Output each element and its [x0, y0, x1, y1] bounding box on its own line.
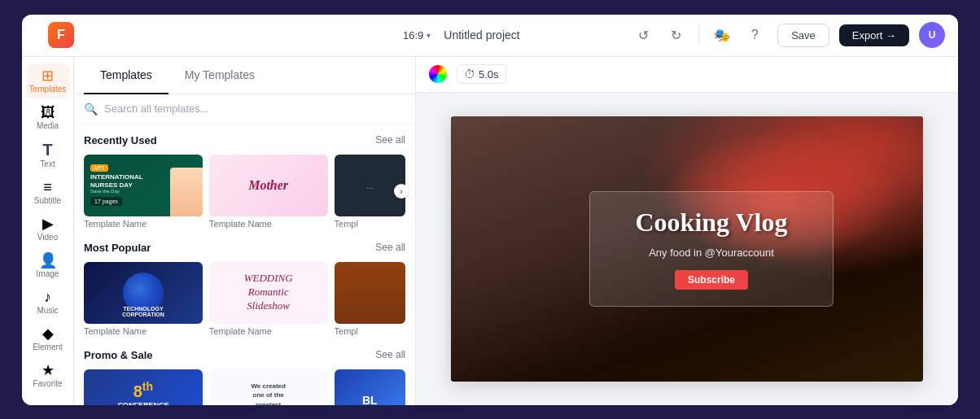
- sidebar-label-text: Text: [40, 159, 55, 168]
- star-icon: ★: [42, 363, 55, 378]
- sidebar-item-media[interactable]: 🖼 Media: [27, 100, 69, 135]
- sidebar-item-element[interactable]: ◆ Element: [27, 321, 69, 356]
- template-name-mother: Template Name: [209, 219, 328, 229]
- template-pages: 17 pages: [90, 197, 122, 206]
- sidebar-item-music[interactable]: ♪ Music: [27, 285, 69, 320]
- template-card-tech[interactable]: TECHNOLOGYCORPORATION: [84, 262, 203, 324]
- sidebar-label-video: Video: [37, 233, 58, 242]
- canvas-scroll[interactable]: Cooking Vlog Any food in @Youraccount Su…: [416, 93, 958, 405]
- template-name-romantic: Template Name: [209, 326, 328, 336]
- template-card-conference[interactable]: 8th CONFERENCEONLINE: [84, 369, 203, 405]
- sidebar-item-templates[interactable]: ⊞ Templates: [27, 63, 69, 98]
- template-name-nurses: Template Name: [84, 219, 203, 229]
- brown-thumb: [335, 262, 405, 324]
- tab-templates[interactable]: Templates: [84, 57, 168, 94]
- most-popular-see-all[interactable]: See all: [375, 242, 405, 253]
- most-popular-header: Most Popular See all: [84, 242, 405, 254]
- undo-button[interactable]: ↺: [630, 22, 656, 48]
- template-card-nurses-day[interactable]: APT InternationalNurses Day Save the Day…: [84, 155, 203, 216]
- template-thumb-title: InternationalNurses Day: [90, 173, 143, 189]
- recently-used-row: APT InternationalNurses Day Save the Day…: [84, 155, 405, 229]
- project-title[interactable]: Untitled project: [444, 28, 623, 41]
- template-name-dark: Templ: [335, 219, 405, 229]
- chevron-down-icon: ▾: [427, 31, 431, 40]
- promo-sale-title: Promo & Sale: [84, 349, 153, 361]
- export-button[interactable]: Export →: [839, 24, 909, 46]
- avatar[interactable]: U: [919, 22, 945, 48]
- sidebar-label-element: Element: [33, 343, 63, 351]
- save-button[interactable]: Save: [777, 24, 829, 47]
- cooking-title: Cooking Vlog: [606, 207, 816, 236]
- template-thumb-subtitle: Save the Day: [90, 189, 120, 194]
- sidebar-label-templates: Templates: [29, 85, 67, 94]
- left-panel: Templates My Templates 🔍 Recently Used S…: [74, 57, 416, 405]
- template-panel-scroll: Recently Used See all APT InternationalN…: [74, 124, 415, 405]
- dark-thumb: ...: [335, 155, 405, 216]
- duration-selector[interactable]: ⏱ 5.0s: [457, 64, 506, 84]
- recently-used-section: Recently Used See all APT InternationalN…: [84, 134, 405, 229]
- list-item: BL BL: [335, 369, 405, 405]
- search-icon: 🔍: [84, 103, 98, 116]
- color-wheel-button[interactable]: [429, 65, 447, 83]
- search-input[interactable]: [104, 103, 405, 115]
- template-card-brown[interactable]: [335, 262, 405, 324]
- app-logo[interactable]: F: [48, 22, 74, 48]
- tab-my-templates[interactable]: My Templates: [168, 57, 271, 94]
- blue-thumb: BL: [335, 369, 405, 405]
- promo-sale-see-all[interactable]: See all: [375, 349, 405, 360]
- template-name-brown: Templ: [335, 326, 405, 336]
- canvas-area: ⏱ 5.0s Cooking Vlog Any food in @Youracc…: [416, 57, 958, 405]
- recently-used-header: Recently Used See all: [84, 134, 405, 146]
- most-popular-title: Most Popular: [84, 242, 151, 254]
- recently-used-see-all[interactable]: See all: [375, 134, 405, 146]
- sidebar-item-favorite[interactable]: ★ Favorite: [27, 358, 69, 393]
- list-item: Templ: [335, 262, 405, 336]
- divider: [698, 25, 699, 45]
- sidebar-item-image[interactable]: 👤 Image: [27, 248, 69, 283]
- list-item: We createdone of thegreatestapps. Templa…: [209, 369, 328, 405]
- redo-button[interactable]: ↻: [663, 22, 689, 48]
- media-icon: 🖼: [41, 105, 55, 120]
- list-item: 8th CONFERENCEONLINE CONFERENCE: [84, 369, 203, 405]
- templates-icon: ⊞: [42, 68, 54, 83]
- subscribe-button[interactable]: Subscribe: [675, 270, 748, 290]
- list-item: TECHNOLOGYCORPORATION Template Name: [84, 262, 203, 336]
- template-card-romantic[interactable]: WEDDINGRomanticSlideshow: [209, 262, 328, 324]
- template-name-tech: Template Name: [84, 326, 203, 336]
- dark-thumb-text: ...: [366, 181, 374, 190]
- template-card-dark[interactable]: ...: [335, 155, 405, 216]
- help-button[interactable]: ?: [742, 22, 768, 48]
- duration-value: 5.0s: [479, 68, 499, 81]
- subtitle-icon: ≡: [43, 180, 52, 194]
- sidebar-item-subtitle[interactable]: ≡ Subtitle: [27, 175, 69, 210]
- sidebar-item-video[interactable]: ▶ Video: [27, 212, 69, 247]
- list-item: WEDDINGRomanticSlideshow Template Name: [209, 262, 328, 336]
- image-icon: 👤: [39, 253, 57, 268]
- sidebar-label-image: Image: [37, 269, 59, 278]
- tech-corp-text: TECHNOLOGYCORPORATION: [122, 306, 164, 317]
- promo-sale-row: 8th CONFERENCEONLINE CONFERENCE: [84, 369, 405, 405]
- music-icon: ♪: [44, 290, 51, 304]
- text-icon: T: [42, 142, 52, 158]
- search-bar: 🔍: [74, 94, 415, 124]
- promo-sale-header: Promo & Sale See all: [84, 349, 405, 361]
- template-card-blue[interactable]: BL: [335, 369, 405, 405]
- sidebar-item-text[interactable]: T Text: [27, 137, 69, 173]
- conference-number: 8th: [117, 380, 168, 401]
- aspect-ratio-value: 16:9: [403, 29, 423, 41]
- template-card-apps[interactable]: We createdone of thegreatestapps.: [209, 369, 328, 405]
- canvas-frame: Cooking Vlog Any food in @Youraccount Su…: [451, 116, 923, 382]
- sidebar-label-subtitle: Subtitle: [34, 196, 61, 205]
- canvas-toolbar: ⏱ 5.0s: [416, 57, 958, 93]
- template-thumb-mother-text: Mother: [248, 178, 288, 193]
- element-icon: ◆: [42, 326, 54, 341]
- template-card-mother[interactable]: Mother: [209, 155, 328, 216]
- tab-bar: Templates My Templates: [74, 57, 415, 94]
- recently-used-title: Recently Used: [84, 134, 157, 146]
- app-window: F 16:9 ▾ Untitled project ↺ ↻ 🎭 ? Save E…: [22, 15, 958, 405]
- aspect-ratio-selector[interactable]: 16:9 ▾: [396, 26, 437, 45]
- promo-sale-section: Promo & Sale See all 8th CONFERENCEONLIN…: [84, 349, 405, 405]
- list-item: Mother Template Name: [209, 155, 328, 229]
- next-arrow-button[interactable]: ›: [394, 184, 409, 199]
- face-detect-button[interactable]: 🎭: [709, 22, 735, 48]
